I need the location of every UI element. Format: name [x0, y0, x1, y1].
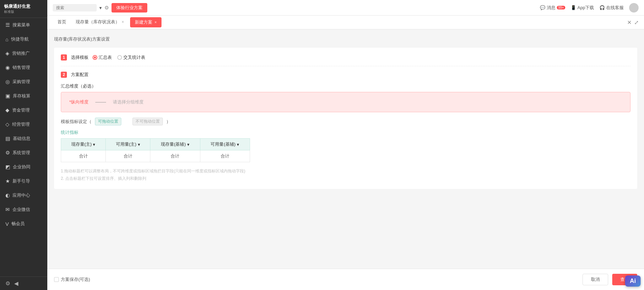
- table-cell: 合计: [106, 150, 150, 162]
- sidebar-item-快捷导航[interactable]: ⌂快捷导航: [0, 32, 47, 46]
- table-header-现存量(主)[interactable]: 现存量(主)▾: [61, 139, 106, 150]
- messages-group[interactable]: 💬 消息 99+: [540, 5, 565, 11]
- sidebar-item-应用中心[interactable]: ◐应用中心: [0, 188, 47, 202]
- header-label: 现存量(主): [71, 141, 92, 147]
- avatar[interactable]: [629, 3, 639, 13]
- sidebar-item-label: 应用中心: [13, 192, 30, 198]
- table-cell: 合计: [200, 150, 250, 162]
- dropdown-icon[interactable]: ▾: [187, 142, 190, 147]
- sidebar-icon: ★: [5, 178, 10, 184]
- sidebar-item-label: 搜索菜单: [13, 22, 30, 28]
- cancel-button[interactable]: 取消: [583, 274, 608, 285]
- app-download-group[interactable]: 📱 App下载: [571, 5, 594, 11]
- indicator-close: ）: [166, 119, 171, 125]
- dropdown-icon[interactable]: ▾: [93, 142, 95, 147]
- step1-label: 选择模板: [71, 54, 89, 61]
- sidebar-icon: ▤: [5, 136, 10, 142]
- sidebar-nav: ☰搜索菜单⌂快捷导航◈营销推广◉销售管理◎采购管理▣库存核算◆资金管理◇经营管理…: [0, 18, 47, 276]
- indicator-setting-label: 模板指标设定（: [61, 119, 92, 125]
- sidebar-icon: ◩: [5, 164, 10, 170]
- dropdown-icon[interactable]: ▾: [237, 142, 239, 147]
- topbar: ▾ ⚙ 体验行业方案 💬 消息 99+ 📱 App下载 🎧 在线客服: [47, 0, 644, 16]
- save-checkbox[interactable]: [54, 277, 59, 282]
- sidebar-item-搜索菜单[interactable]: ☰搜索菜单: [0, 18, 47, 32]
- sidebar: 畅康通好生意 标准版 ☰搜索菜单⌂快捷导航◈营销推广◉销售管理◎采购管理▣库存核…: [0, 0, 47, 290]
- table-header-可用量(基辅)[interactable]: 可用量(基辅)▾: [200, 139, 250, 150]
- sidebar-item-企业微信[interactable]: ✉企业微信: [0, 202, 47, 217]
- table-header-可用量(主)[interactable]: 可用量(主)▾: [106, 139, 150, 150]
- tabs-bar: 首页 现存量（库存状况表） × 新建方案 × ✕ ⤢: [47, 16, 644, 29]
- header-label: 可用量(主): [116, 141, 137, 147]
- radio-label: 交叉统计表: [123, 54, 145, 61]
- radio-label: 汇总表: [99, 54, 112, 61]
- step1-num: 1: [61, 54, 67, 61]
- tab-new-plan-close[interactable]: ×: [154, 20, 157, 25]
- sidebar-item-label: 系统管理: [13, 150, 30, 156]
- phone-icon: 📱: [571, 5, 576, 10]
- sidebar-item-新手引导[interactable]: ★新手引导: [0, 174, 47, 188]
- sidebar-item-采购管理[interactable]: ◎采购管理: [0, 75, 47, 89]
- indicator-separator: [125, 119, 129, 125]
- search-input[interactable]: [53, 4, 97, 11]
- sidebar-item-库存核算[interactable]: ▣库存核算: [0, 89, 47, 103]
- stats-label: 统计指标: [61, 129, 630, 136]
- sidebar-item-label: 基础信息: [13, 136, 30, 142]
- table-row: 合计合计合计合计: [61, 150, 250, 162]
- save-option[interactable]: 方案保存(可选): [54, 276, 90, 283]
- step2-label: 方案配置: [71, 72, 89, 78]
- sidebar-item-经营管理[interactable]: ◇经营管理: [0, 117, 47, 131]
- table-header-现存量(基辅)[interactable]: 现存量(基辅)▾: [150, 139, 200, 150]
- tab-new-plan[interactable]: 新建方案 ×: [130, 17, 162, 27]
- stats-table: 现存量(主)▾可用量(主)▾现存量(基辅)▾可用量(基辅)▾合计合计合计合计: [61, 138, 250, 162]
- radio-交叉统计表[interactable]: 交叉统计表: [117, 54, 145, 61]
- sidebar-item-企业协同[interactable]: ◩企业协同: [0, 160, 47, 174]
- trial-button[interactable]: 体验行业方案: [112, 3, 147, 13]
- sidebar-item-销售管理[interactable]: ◉销售管理: [0, 61, 47, 75]
- ai-badge[interactable]: Ai: [625, 275, 641, 287]
- sidebar-icon: ◆: [5, 107, 9, 113]
- sidebar-item-畅会员[interactable]: V畅会员: [0, 217, 47, 231]
- sidebar-item-label: 经营管理: [12, 121, 30, 127]
- save-option-label: 方案保存(可选): [61, 276, 90, 283]
- app-download-label: App下载: [577, 5, 594, 11]
- dimension-required: *纵向维度: [69, 99, 89, 105]
- tab-inventory-close[interactable]: ×: [122, 20, 124, 24]
- sidebar-item-资金管理[interactable]: ◆资金管理: [0, 103, 47, 117]
- sidebar-icon: ◉: [5, 65, 10, 71]
- indicator-setting: 模板指标设定（ 可拖动位置 不可拖动位置 ）: [61, 118, 630, 125]
- tip-item: 2. 点击标题栏下拉可设置排序、插入列和删除列: [61, 175, 630, 183]
- summary-dimension-label: 汇总维度（必选）: [61, 83, 630, 89]
- settings-icon[interactable]: ⚙: [5, 280, 10, 287]
- topbar-left: ▾ ⚙ 体验行业方案: [53, 3, 537, 13]
- topbar-gear-icon[interactable]: ⚙: [104, 5, 109, 11]
- sidebar-logo: 畅康通好生意 标准版: [0, 0, 47, 18]
- sidebar-item-基础信息[interactable]: ▤基础信息: [0, 131, 47, 146]
- step2-num: 2: [61, 72, 67, 78]
- tab-expand-icon[interactable]: ⤢: [634, 19, 639, 26]
- tab-collapse-icon[interactable]: ✕: [627, 19, 631, 26]
- tab-home[interactable]: 首页: [53, 16, 71, 29]
- sidebar-item-label: 快捷导航: [11, 36, 29, 42]
- sidebar-item-label: 库存核算: [13, 93, 30, 99]
- sidebar-item-label: 企业微信: [13, 207, 30, 213]
- sidebar-item-营销推广[interactable]: ◈营销推广: [0, 46, 47, 61]
- page-title: 现存量(库存状况表)方案设置: [54, 36, 637, 42]
- content-area: 现存量(库存状况表)方案设置 1 选择模板 汇总表交叉统计表 2 方案配置 汇总…: [47, 29, 644, 269]
- table-cell: 合计: [150, 150, 200, 162]
- draggable-tag: 可拖动位置: [95, 118, 121, 125]
- tabs-bar-right: ✕ ⤢: [627, 19, 639, 26]
- sidebar-icon: ⌂: [5, 37, 8, 42]
- tab-inventory[interactable]: 现存量（库存状况表） ×: [71, 16, 129, 29]
- dimension-arrow: ——: [95, 99, 106, 105]
- topbar-dropdown-icon[interactable]: ▾: [99, 5, 102, 10]
- tab-inventory-label: 现存量（库存状况表）: [76, 19, 120, 25]
- collapse-icon[interactable]: ◀: [14, 280, 18, 287]
- dropdown-icon[interactable]: ▾: [138, 142, 140, 147]
- sidebar-footer: ⚙ ◀: [0, 276, 47, 290]
- radio-汇总表[interactable]: 汇总表: [93, 54, 112, 61]
- sidebar-item-系统管理[interactable]: ⚙系统管理: [0, 146, 47, 160]
- header-label: 可用量(基辅): [210, 141, 236, 147]
- sidebar-item-label: 销售管理: [13, 65, 30, 71]
- dimension-row[interactable]: *纵向维度 —— 请选择分组维度: [61, 92, 630, 112]
- online-support-group[interactable]: 🎧 在线客服: [599, 5, 624, 11]
